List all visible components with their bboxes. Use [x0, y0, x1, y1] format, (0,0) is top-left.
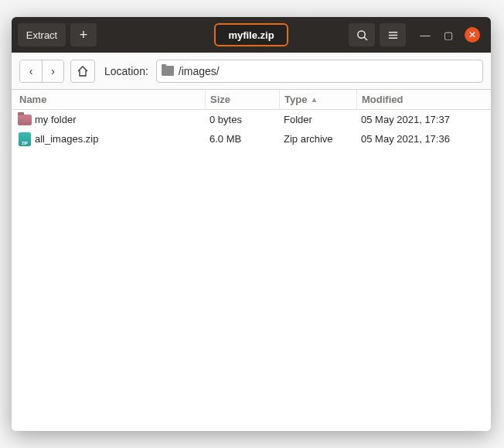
- menu-icon: [387, 29, 399, 41]
- search-button[interactable]: [349, 23, 375, 46]
- forward-button[interactable]: ›: [42, 60, 63, 82]
- file-modified: 05 May 2021, 17:36: [356, 133, 491, 145]
- column-header-modified[interactable]: Modified: [356, 90, 491, 109]
- close-button[interactable]: ✕: [465, 27, 480, 43]
- location-field[interactable]: [156, 60, 483, 83]
- new-tab-button[interactable]: +: [70, 23, 97, 46]
- headerbar: Extract + myfile.zip — ▢ ✕: [12, 17, 491, 53]
- folder-icon: [18, 113, 32, 127]
- location-label: Location:: [104, 65, 148, 77]
- file-size: 0 bytes: [205, 114, 279, 125]
- file-name: all_images.zip: [35, 133, 98, 145]
- location-input[interactable]: [179, 65, 478, 77]
- column-header-type[interactable]: Type ▲: [279, 90, 356, 109]
- svg-point-0: [357, 30, 364, 37]
- sort-indicator-icon: ▲: [310, 95, 318, 104]
- minimize-button[interactable]: —: [418, 28, 432, 42]
- back-button[interactable]: ‹: [20, 60, 42, 82]
- home-button[interactable]: [70, 60, 95, 83]
- file-name: my folder: [35, 114, 76, 125]
- svg-line-1: [364, 37, 367, 40]
- search-icon: [356, 29, 368, 41]
- file-modified: 05 May 2021, 17:37: [356, 114, 491, 125]
- column-header-size[interactable]: Size: [205, 90, 279, 109]
- file-type: Folder: [279, 114, 356, 125]
- file-type: Zip archive: [279, 133, 356, 145]
- nav-group: ‹ ›: [19, 60, 64, 83]
- toolbar: ‹ › Location:: [12, 53, 491, 90]
- column-header-type-label: Type: [284, 94, 307, 105]
- folder-icon: [162, 66, 174, 76]
- file-list: my folder 0 bytes Folder 05 May 2021, 17…: [12, 110, 491, 431]
- extract-button[interactable]: Extract: [18, 23, 66, 46]
- hamburger-menu-button[interactable]: [380, 23, 406, 46]
- column-header-name[interactable]: Name: [12, 94, 205, 105]
- home-icon: [77, 65, 89, 77]
- file-size: 6.0 MB: [205, 133, 279, 145]
- list-item[interactable]: all_images.zip 6.0 MB Zip archive 05 May…: [12, 129, 491, 149]
- zip-icon: [18, 132, 32, 146]
- maximize-button[interactable]: ▢: [441, 28, 455, 42]
- window-title: myfile.zip: [214, 23, 288, 46]
- archive-manager-window: Extract + myfile.zip — ▢ ✕ ‹ ›: [12, 17, 491, 431]
- list-item[interactable]: my folder 0 bytes Folder 05 May 2021, 17…: [12, 110, 491, 129]
- column-headers: Name Size Type ▲ Modified: [12, 90, 491, 110]
